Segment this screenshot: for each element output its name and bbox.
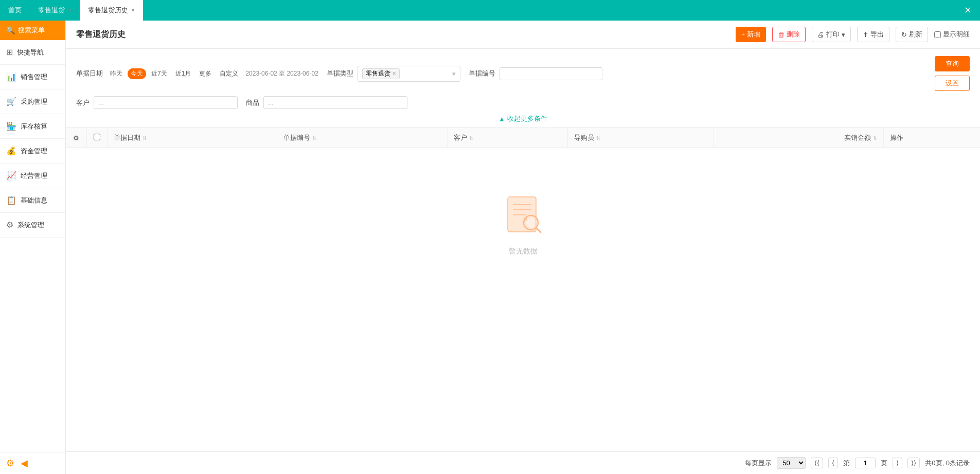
page-title: 零售退货历史 (76, 29, 126, 40)
data-table: ⚙ 单据日期 ⇅ 单据编号 (66, 128, 980, 297)
tab-home[interactable]: 首页 (0, 0, 30, 21)
sidebar-item-operations[interactable]: 📈 经营管理 (0, 163, 65, 188)
doc-type-dropdown-icon: ▾ (452, 70, 456, 78)
sidebar-item-system[interactable]: ⚙ 系统管理 (0, 213, 65, 238)
svg-line-6 (536, 228, 541, 232)
sidebar-item-finance[interactable]: 💰 资金管理 (0, 139, 65, 163)
delete-button[interactable]: 🗑 删除 (772, 27, 806, 42)
date-btn-custom[interactable]: 自定义 (217, 68, 241, 79)
sidebar-search[interactable]: 🔍 搜索菜单 (0, 21, 65, 40)
collapse-more-conditions[interactable]: ▲ 收起更多条件 (76, 114, 970, 123)
filter-row-2: 客户 ... 商品 ... (76, 96, 970, 109)
print-button[interactable]: 🖨 打印 ▾ (812, 27, 851, 42)
next-page-btn[interactable]: ⟩ (893, 458, 902, 468)
query-button[interactable]: 查询 (935, 56, 970, 71)
table-body: 暂无数据 (66, 148, 980, 298)
page-header: 零售退货历史 + 新增 🗑 删除 🖨 打印 ▾ ⬆ 导出 ↻ (66, 21, 980, 49)
per-page-select[interactable]: 10 20 50 100 (777, 457, 806, 469)
settings-filter-button[interactable]: 设置 (935, 76, 970, 91)
table-header-row: ⚙ 单据日期 ⇅ 单据编号 (66, 128, 980, 148)
empty-state-text: 暂无数据 (509, 247, 538, 256)
quick-nav-icon: ⊞ (6, 47, 13, 57)
goods-placeholder: ... (268, 99, 274, 106)
inventory-icon: 🏪 (6, 121, 16, 131)
main-layout: 🔍 搜索菜单 ⊞ 快捷导航 📊 销售管理 🛒 采购管理 🏪 库存核算 💰 (0, 21, 980, 474)
refresh-button[interactable]: ↻ 刷新 (896, 27, 928, 42)
sort-doc-no-icon: ⇅ (312, 135, 316, 141)
refresh-icon: ↻ (901, 31, 907, 39)
date-btn-today[interactable]: 今天 (128, 68, 146, 79)
goods-filter-group: 商品 ... (246, 96, 407, 109)
date-filter-group: 单据日期 昨天 今天 近7天 近1月 更多 自定义 2023-06-02 至 2… (76, 68, 318, 79)
svg-point-5 (526, 218, 536, 227)
sidebar-item-basic-info[interactable]: 📋 基础信息 (0, 188, 65, 213)
show-detail-checkbox-label[interactable]: 显示明细 (934, 30, 970, 39)
date-btn-1month[interactable]: 近1月 (172, 68, 194, 79)
per-page-label: 每页显示 (745, 459, 772, 468)
th-actions: 操作 (883, 128, 980, 148)
doc-no-filter-group: 单据编号 (469, 67, 602, 80)
top-bar: 首页 零售退货 × 零售退货历史 × ✕ (0, 0, 980, 21)
page-label: 页 (881, 459, 887, 468)
customer-select[interactable]: ... (94, 96, 238, 109)
page-number-input[interactable] (855, 458, 876, 468)
date-filter-buttons: 昨天 今天 近7天 近1月 更多 自定义 (107, 68, 241, 79)
new-button[interactable]: + 新增 (736, 27, 766, 42)
th-amount[interactable]: 实销金额 ⇅ (713, 128, 883, 148)
sidebar-item-quick-nav[interactable]: ⊞ 快捷导航 (0, 40, 65, 65)
empty-state-icon (497, 189, 549, 241)
doc-type-tag: 零售退货 × (362, 68, 400, 79)
export-button[interactable]: ⬆ 导出 (857, 27, 889, 42)
th-checkbox[interactable] (86, 128, 107, 148)
customer-placeholder: ... (98, 99, 104, 106)
doc-type-filter-group: 单据类型 零售退货 × ▾ (327, 66, 460, 82)
doc-type-tag-remove[interactable]: × (393, 70, 396, 77)
th-guide[interactable]: 导购员 ⇅ (568, 128, 714, 148)
window-close-button[interactable]: ✕ (956, 5, 980, 16)
tab-retail-return-history[interactable]: 零售退货历史 × (80, 0, 143, 21)
pagination-bar: 每页显示 10 20 50 100 ⟨⟨ ⟨ 第 页 ⟩ ⟩⟩ 共0页, 0条记… (66, 451, 980, 474)
th-doc-date[interactable]: 单据日期 ⇅ (107, 128, 277, 148)
sidebar-item-inventory[interactable]: 🏪 库存核算 (0, 114, 65, 139)
page-actions: + 新增 🗑 删除 🖨 打印 ▾ ⬆ 导出 ↻ 刷新 (736, 27, 970, 42)
th-settings[interactable]: ⚙ (66, 128, 86, 148)
date-btn-more[interactable]: 更多 (196, 68, 215, 79)
tab-retail-return-history-close[interactable]: × (131, 7, 135, 14)
sidebar-menu: ⊞ 快捷导航 📊 销售管理 🛒 采购管理 🏪 库存核算 💰 资金管理 📈 (0, 40, 65, 452)
filter-area: 单据日期 昨天 今天 近7天 近1月 更多 自定义 2023-06-02 至 2… (66, 49, 980, 128)
operations-icon: 📈 (6, 171, 16, 180)
first-page-btn[interactable]: ⟨⟨ (811, 458, 823, 468)
page-word: 第 (843, 459, 850, 468)
empty-state: 暂无数据 (66, 148, 980, 297)
select-all-checkbox[interactable] (94, 134, 100, 140)
print-icon: 🖨 (817, 31, 824, 39)
last-page-btn[interactable]: ⟩⟩ (907, 458, 920, 468)
date-btn-yesterday[interactable]: 昨天 (107, 68, 126, 79)
goods-select[interactable]: ... (263, 96, 407, 109)
finance-icon: 💰 (6, 146, 16, 156)
show-detail-checkbox[interactable] (934, 31, 941, 38)
th-customer[interactable]: 客户 ⇅ (448, 128, 568, 148)
date-btn-7days[interactable]: 近7天 (148, 68, 170, 79)
doc-type-select[interactable]: 零售退货 × ▾ (358, 66, 460, 82)
table-container: ⚙ 单据日期 ⇅ 单据编号 (66, 128, 980, 451)
filter-row-1: 单据日期 昨天 今天 近7天 近1月 更多 自定义 2023-06-02 至 2… (76, 56, 970, 91)
tab-retail-return-close[interactable]: × (68, 7, 72, 14)
system-icon: ⚙ (6, 220, 13, 230)
total-text: 共0页, 0条记录 (925, 459, 970, 468)
sidebar: 🔍 搜索菜单 ⊞ 快捷导航 📊 销售管理 🛒 采购管理 🏪 库存核算 💰 (0, 21, 66, 474)
th-doc-no[interactable]: 单据编号 ⇅ (277, 128, 448, 148)
tab-retail-return[interactable]: 零售退货 × (30, 0, 80, 21)
sidebar-item-purchase[interactable]: 🛒 采购管理 (0, 89, 65, 114)
tab-list: 首页 零售退货 × 零售退货历史 × (0, 0, 956, 21)
print-dropdown-icon: ▾ (842, 31, 845, 39)
delete-icon: 🗑 (778, 31, 785, 39)
collapse-sidebar-icon[interactable]: ◀ (21, 458, 28, 469)
sort-guide-icon: ⇅ (596, 135, 600, 141)
sidebar-item-sales[interactable]: 📊 销售管理 (0, 65, 65, 89)
prev-page-btn[interactable]: ⟨ (828, 458, 838, 468)
doc-no-input[interactable] (500, 67, 602, 80)
date-range-display: 2023-06-02 至 2023-06-02 (245, 69, 318, 78)
settings-bottom-icon[interactable]: ⚙ (6, 458, 14, 469)
sort-amount-icon: ⇅ (873, 135, 877, 141)
